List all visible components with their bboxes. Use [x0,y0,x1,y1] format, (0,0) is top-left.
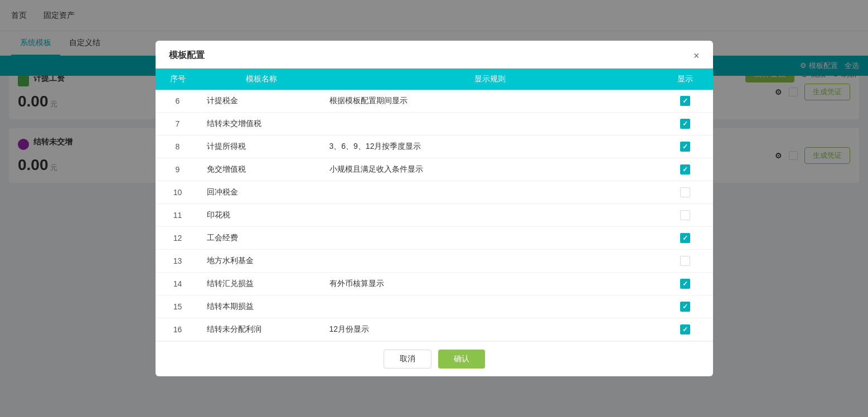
table-row: 6计提税金根据模板配置期间显示 [156,90,713,113]
col-header-seq: 序号 [156,69,200,90]
cell-name-7: 地方水利基金 [200,250,323,273]
cell-seq-0: 6 [156,90,200,113]
cell-check-1 [657,113,713,135]
checkbox-row-1[interactable] [680,119,690,129]
cell-check-6 [657,227,713,250]
table-row: 7结转未交增值税 [156,113,713,135]
modal-footer: 取消 确认 [156,341,713,376]
checkbox-row-5[interactable] [680,210,690,220]
cell-seq-2: 8 [156,135,200,158]
cell-rule-1 [323,113,657,135]
confirm-button[interactable]: 确认 [438,350,485,368]
table-row: 14结转汇兑损益有外币核算显示 [156,273,713,295]
modal-header: 模板配置 × [156,41,713,69]
table-header-row: 序号 模板名称 显示规则 显示 [156,69,713,90]
cell-seq-1: 7 [156,113,200,135]
cell-rule-8: 有外币核算显示 [323,273,657,295]
cell-check-10 [657,318,713,341]
modal-title: 模板配置 [169,50,205,61]
cell-check-3 [657,158,713,181]
cell-seq-7: 13 [156,250,200,273]
cell-seq-8: 14 [156,273,200,295]
checkbox-row-0[interactable] [680,96,690,106]
cell-check-9 [657,295,713,318]
modal-close-button[interactable]: × [694,51,700,61]
cell-name-2: 计提所得税 [200,135,323,158]
modal-overlay: 模板配置 × 序号 模板名称 显示规则 显示 6计提税金根据模板配置期间显示7结… [0,0,868,417]
cell-rule-10: 12月份显示 [323,318,657,341]
cell-name-8: 结转汇兑损益 [200,273,323,295]
cell-name-5: 印花税 [200,204,323,227]
cell-seq-3: 9 [156,158,200,181]
cell-check-4 [657,181,713,204]
col-header-display: 显示 [657,69,713,90]
cell-seq-5: 11 [156,204,200,227]
checkbox-row-4[interactable] [680,187,690,197]
modal-table: 序号 模板名称 显示规则 显示 6计提税金根据模板配置期间显示7结转未交增值税8… [156,69,713,341]
modal-table-scroll: 序号 模板名称 显示规则 显示 6计提税金根据模板配置期间显示7结转未交增值税8… [156,69,713,341]
cell-check-2 [657,135,713,158]
checkbox-row-6[interactable] [680,233,690,243]
cell-rule-4 [323,181,657,204]
table-row: 12工会经费 [156,227,713,250]
cell-rule-0: 根据模板配置期间显示 [323,90,657,113]
cell-rule-9 [323,295,657,318]
table-row: 15结转本期损益 [156,295,713,318]
checkbox-row-2[interactable] [680,142,690,152]
table-row: 11印花税 [156,204,713,227]
cell-check-8 [657,273,713,295]
cell-name-1: 结转未交增值税 [200,113,323,135]
cell-name-10: 结转未分配利润 [200,318,323,341]
col-header-name: 模板名称 [200,69,323,90]
table-row: 8计提所得税3、6、9、12月按季度显示 [156,135,713,158]
cell-rule-6 [323,227,657,250]
checkbox-row-8[interactable] [680,279,690,289]
cell-seq-4: 10 [156,181,200,204]
cell-name-6: 工会经费 [200,227,323,250]
cell-seq-10: 16 [156,318,200,341]
table-row: 16结转未分配利润12月份显示 [156,318,713,341]
cell-rule-2: 3、6、9、12月按季度显示 [323,135,657,158]
table-row: 10回冲税金 [156,181,713,204]
col-header-rule: 显示规则 [323,69,657,90]
cell-rule-5 [323,204,657,227]
cell-name-3: 免交增值税 [200,158,323,181]
cell-seq-9: 15 [156,295,200,318]
checkbox-row-3[interactable] [680,164,690,174]
modal-template-config: 模板配置 × 序号 模板名称 显示规则 显示 6计提税金根据模板配置期间显示7结… [156,41,713,376]
cell-name-4: 回冲税金 [200,181,323,204]
cell-check-5 [657,204,713,227]
table-row: 9免交增值税小规模且满足收入条件显示 [156,158,713,181]
cell-name-9: 结转本期损益 [200,295,323,318]
checkbox-row-9[interactable] [680,302,690,312]
cell-check-0 [657,90,713,113]
cell-seq-6: 12 [156,227,200,250]
cell-rule-3: 小规模且满足收入条件显示 [323,158,657,181]
checkbox-row-10[interactable] [680,324,690,334]
table-row: 13地方水利基金 [156,250,713,273]
cell-rule-7 [323,250,657,273]
checkbox-row-7[interactable] [680,256,690,266]
cancel-button[interactable]: 取消 [384,350,431,368]
cell-check-7 [657,250,713,273]
cell-name-0: 计提税金 [200,90,323,113]
